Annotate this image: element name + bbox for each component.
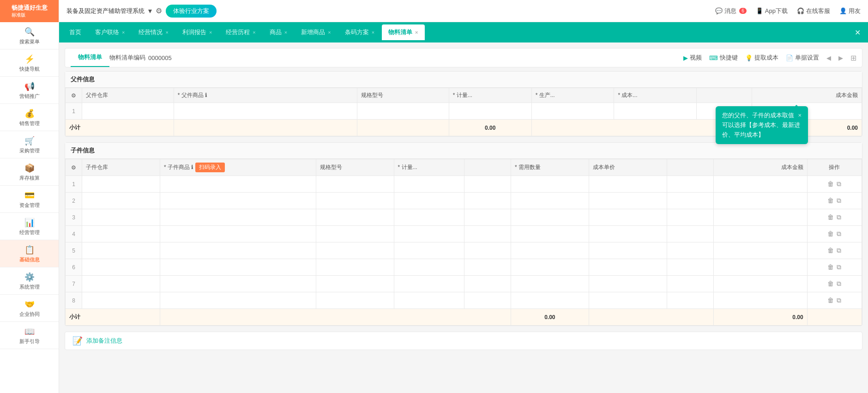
child-row-7-goods[interactable]	[160, 276, 316, 292]
child-row-3-goods[interactable]	[160, 209, 316, 226]
delete-icon[interactable]: 🗑	[827, 263, 834, 271]
copy-icon[interactable]: ⧉	[837, 296, 841, 304]
child-row-5-goods[interactable]	[160, 242, 316, 259]
child-row-5-need-qty[interactable]	[511, 242, 589, 259]
view-button[interactable]: ▶ 视频	[683, 54, 702, 62]
sidebar-item-inventory[interactable]: 📦 库存核算	[0, 158, 59, 186]
child-row-5-warehouse[interactable]	[82, 242, 160, 259]
child-row-1-need-qty[interactable]	[511, 176, 589, 193]
child-row-2-need-qty[interactable]	[511, 193, 589, 209]
copy-icon[interactable]: ⧉	[837, 213, 841, 221]
delete-icon[interactable]: 🗑	[827, 247, 834, 254]
child-row-4-amount[interactable]	[714, 226, 808, 242]
sidebar-item-purchase[interactable]: 🛒 采购管理	[0, 131, 59, 158]
child-row-5-unit-cost[interactable]	[589, 242, 667, 259]
sidebar-item-marketing[interactable]: 📢 营销推广	[0, 77, 59, 104]
tab-barcode-close[interactable]: ×	[372, 30, 374, 35]
child-row-8-goods[interactable]	[160, 292, 316, 309]
child-row-6-quantity[interactable]	[394, 259, 464, 276]
tab-op-status-close[interactable]: ×	[165, 30, 168, 35]
copy-icon[interactable]: ⧉	[837, 230, 841, 238]
child-row-3-amount[interactable]	[714, 209, 808, 226]
parent-quantity-cell[interactable]	[449, 103, 531, 120]
delete-icon[interactable]: 🗑	[827, 230, 834, 238]
tab-goods-close[interactable]: ×	[284, 30, 287, 35]
parent-cost-cell[interactable]	[614, 103, 697, 120]
child-row-3-unit-cost[interactable]	[589, 209, 667, 226]
nav-prev-button[interactable]: ◀	[826, 54, 831, 61]
delete-icon[interactable]: 🗑	[827, 280, 834, 288]
child-row-8-amount[interactable]	[714, 292, 808, 309]
parent-goods-cell[interactable]	[174, 103, 357, 120]
sidebar-item-operation[interactable]: 📊 经营管理	[0, 213, 59, 240]
shortcut-button[interactable]: ⌨ 快捷键	[709, 54, 738, 62]
child-row-1-goods[interactable]	[160, 176, 316, 193]
child-row-6-warehouse[interactable]	[82, 259, 160, 276]
child-row-4-goods[interactable]	[160, 226, 316, 242]
sidebar-item-finance[interactable]: 💳 资金管理	[0, 186, 59, 213]
sidebar-item-system[interactable]: ⚙️ 系统管理	[0, 267, 59, 295]
child-row-6-unit-cost[interactable]	[589, 259, 667, 276]
message-item[interactable]: 💬 消息 6	[715, 7, 747, 15]
parent-spec-cell[interactable]	[357, 103, 449, 120]
tab-home[interactable]: 首页	[63, 24, 88, 40]
tab-goods[interactable]: 商品 ×	[263, 24, 294, 40]
child-row-1-spec[interactable]	[316, 176, 394, 193]
child-row-7-unit-cost[interactable]	[589, 276, 667, 292]
sidebar-item-guide[interactable]: 📖 新手引导	[0, 322, 59, 349]
child-row-4-warehouse[interactable]	[82, 226, 160, 242]
delete-icon[interactable]: 🗑	[827, 213, 834, 221]
child-row-3-quantity[interactable]	[394, 209, 464, 226]
child-row-5-amount[interactable]	[714, 242, 808, 259]
delete-icon[interactable]: 🗑	[827, 296, 834, 304]
child-row-2-amount[interactable]	[714, 193, 808, 209]
child-row-1-amount[interactable]	[714, 176, 808, 193]
child-row-8-spec[interactable]	[316, 292, 394, 309]
online-service-item[interactable]: 🎧 在线客服	[797, 7, 830, 15]
parent-warehouse-cell[interactable]	[82, 103, 174, 120]
single-settings-button[interactable]: 📄 单据设置	[786, 54, 819, 62]
close-all-tabs-button[interactable]: ✕	[851, 26, 864, 39]
copy-icon[interactable]: ⧉	[837, 180, 841, 188]
tab-op-history-close[interactable]: ×	[253, 30, 255, 35]
system-dropdown-button[interactable]: ▾	[148, 6, 152, 15]
child-row-4-need-qty[interactable]	[511, 226, 589, 242]
child-row-1-warehouse[interactable]	[82, 176, 160, 193]
parent-production-cell[interactable]	[531, 103, 614, 120]
child-row-8-need-qty[interactable]	[511, 292, 589, 309]
user-item[interactable]: 👤 用友	[839, 7, 861, 15]
tab-operation-history[interactable]: 经营历程 ×	[219, 24, 262, 40]
copy-icon[interactable]: ⧉	[837, 247, 841, 254]
nav-next-button[interactable]: ▶	[838, 54, 843, 61]
copy-icon[interactable]: ⧉	[837, 263, 841, 271]
child-row-8-unit-cost[interactable]	[589, 292, 667, 309]
sidebar-item-sales[interactable]: 💰 销售管理	[0, 104, 59, 131]
trial-button[interactable]: 体验行业方案	[166, 5, 217, 18]
child-row-1-quantity[interactable]	[394, 176, 464, 193]
tab-bom-close[interactable]: ×	[415, 30, 418, 35]
child-row-5-spec[interactable]	[316, 242, 394, 259]
grid-view-button[interactable]: ⊞	[850, 54, 856, 62]
tab-customer[interactable]: 客户联络 ×	[89, 24, 131, 40]
child-row-6-spec[interactable]	[316, 259, 394, 276]
child-row-4-spec[interactable]	[316, 226, 394, 242]
child-row-6-goods[interactable]	[160, 259, 316, 276]
child-row-3-spec[interactable]	[316, 209, 394, 226]
child-row-3-warehouse[interactable]	[82, 209, 160, 226]
tab-new-goods[interactable]: 新增商品 ×	[295, 24, 337, 40]
sidebar-item-quick-nav[interactable]: ⚡ 快捷导航	[0, 49, 59, 77]
tab-profit-close[interactable]: ×	[209, 30, 212, 35]
tab-customer-close[interactable]: ×	[122, 30, 125, 35]
tab-barcode[interactable]: 条码方案 ×	[338, 24, 381, 40]
copy-icon[interactable]: ⧉	[837, 280, 841, 288]
child-row-2-goods[interactable]	[160, 193, 316, 209]
sub-tab-bom-list[interactable]: 物料清单	[71, 48, 109, 67]
child-row-2-warehouse[interactable]	[82, 193, 160, 209]
extract-cost-button[interactable]: 💡 提取成本	[745, 54, 778, 62]
child-row-7-quantity[interactable]	[394, 276, 464, 292]
child-row-6-need-qty[interactable]	[511, 259, 589, 276]
child-row-2-quantity[interactable]	[394, 193, 464, 209]
app-download-item[interactable]: 📱 App下载	[756, 7, 788, 15]
child-row-1-unit-cost[interactable]	[589, 176, 667, 193]
sidebar-item-search[interactable]: 🔍 搜索菜单	[0, 22, 59, 49]
